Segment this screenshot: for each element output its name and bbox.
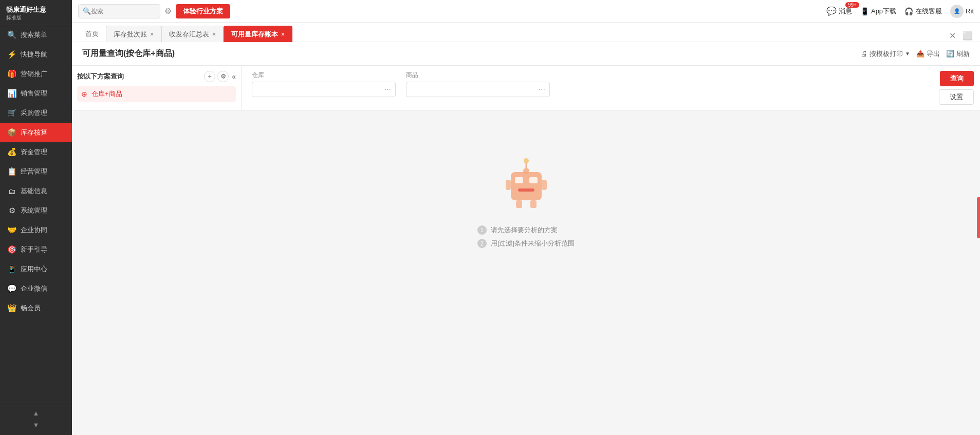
sidebar-item-member[interactable]: 👑 畅会员	[0, 298, 72, 318]
tabs-bar: 首页 库存批次账 × 收发存汇总表 × 可用量库存账本 × ✕ ⬜	[72, 23, 980, 42]
sidebar-item-inventory[interactable]: 📦 库存核算	[0, 123, 72, 142]
scheme-actions: + ⚙	[204, 71, 229, 82]
svg-rect-1	[515, 177, 523, 183]
app-logo: 畅康通好生意 标准版	[0, 0, 72, 25]
sidebar-icon-shortcut: ⚡	[7, 50, 16, 59]
filter-warehouse-more-icon[interactable]: ···	[384, 85, 391, 94]
sidebar-icon-member: 👑	[7, 304, 16, 313]
sidebar: 畅康通好生意 标准版 🔍 搜索菜单 ⚡ 快捷导航 🎁 营销推广 📊 销售管理 🛒…	[0, 0, 72, 435]
sidebar-icon-newbie: 🎯	[7, 245, 16, 254]
filter-panel: 仓库 ··· 商品 ···	[242, 66, 933, 110]
svg-rect-3	[518, 188, 534, 192]
sidebar-item-finance[interactable]: 💰 资金管理	[0, 142, 72, 162]
sidebar-icon-operations: 📋	[7, 167, 16, 176]
empty-illustration	[495, 152, 557, 213]
refresh-btn[interactable]: 🔄 刷新	[946, 49, 970, 59]
topbar-gear-icon[interactable]: ⚙	[164, 6, 172, 16]
search-icon: 🔍	[83, 7, 91, 15]
sidebar-item-operations[interactable]: 📋 经营管理	[0, 162, 72, 181]
filter-warehouse: 仓库 ···	[252, 71, 396, 97]
sidebar-item-wechat[interactable]: 💬 企业微信	[0, 279, 72, 298]
sidebar-item-search[interactable]: 🔍 搜索菜单	[0, 25, 72, 45]
sidebar-item-enterprise[interactable]: 🤝 企业协同	[0, 220, 72, 240]
app-version: 标准版	[6, 14, 66, 22]
filter-goods-input[interactable]	[411, 86, 537, 93]
sidebar-scroll-down[interactable]: ▼	[0, 419, 72, 431]
filter-goods: 商品 ···	[406, 71, 550, 97]
win-maximize-btn[interactable]: ⬜	[961, 29, 974, 42]
tab-summary-close-icon[interactable]: ×	[212, 31, 216, 38]
sidebar-label-appstore: 应用中心	[21, 264, 47, 274]
sidebar-item-basic[interactable]: 🗂 基础信息	[0, 181, 72, 201]
scheme-header: 按以下方案查询 + ⚙ «	[77, 71, 236, 82]
sidebar-icon-marketing-promo: 🎁	[7, 69, 16, 79]
tab-batch[interactable]: 库存批次账 ×	[106, 26, 161, 42]
trial-btn[interactable]: 体验行业方案	[176, 4, 230, 18]
topbar-user[interactable]: 👤 Rit	[950, 5, 974, 18]
query-button[interactable]: 查询	[940, 71, 974, 86]
sidebar-label-inventory: 库存核算	[21, 128, 47, 137]
sidebar-item-purchase[interactable]: 🛒 采购管理	[0, 103, 72, 123]
sidebar-item-system[interactable]: ⚙ 系统管理	[0, 201, 72, 220]
tab-available-close-icon[interactable]: ×	[281, 31, 285, 38]
sidebar-item-marketing-promo[interactable]: 🎁 营销推广	[0, 64, 72, 84]
sidebar-label-basic: 基础信息	[21, 186, 47, 196]
print-btn[interactable]: 🖨 按模板打印 ▼	[861, 49, 910, 59]
topbar-search-input[interactable]	[91, 8, 153, 15]
message-label: 消息	[839, 7, 852, 16]
svg-rect-5	[542, 180, 547, 190]
message-badge: 99+	[845, 2, 859, 8]
export-icon: 📤	[916, 50, 924, 58]
main-area: 🔍 ⚙ 体验行业方案 💬 消息 99+ 📱 App下载 🎧 在	[72, 0, 980, 435]
topbar-online-service[interactable]: 🎧 在线客服	[904, 7, 942, 16]
svg-point-8	[523, 168, 529, 174]
sidebar-item-appstore[interactable]: 📱 应用中心	[0, 259, 72, 279]
scheme-collapse-icon[interactable]: «	[232, 72, 236, 81]
topbar-message[interactable]: 💬 消息 99+	[826, 6, 852, 16]
user-name: Rit	[966, 7, 974, 15]
sidebar-icon-sales: 📊	[7, 89, 16, 98]
svg-rect-2	[529, 177, 538, 183]
right-scrollbar-indicator	[977, 197, 980, 238]
topbar: 🔍 ⚙ 体验行业方案 💬 消息 99+ 📱 App下载 🎧 在	[72, 0, 980, 23]
sidebar-label-system: 系统管理	[21, 206, 47, 215]
tab-batch-close-icon[interactable]: ×	[150, 31, 154, 38]
scheme-panel: 按以下方案查询 + ⚙ « ⊕ 仓库+商品	[72, 66, 242, 110]
filter-goods-more-icon[interactable]: ···	[539, 85, 545, 94]
sidebar-label-search: 搜索菜单	[21, 30, 47, 40]
scheme-add-icon[interactable]: +	[204, 71, 215, 82]
page-header-actions: 🖨 按模板打印 ▼ 📤 导出 🔄 刷新	[861, 49, 970, 59]
settings-button[interactable]: 设置	[939, 89, 974, 105]
tab-batch-label: 库存批次账	[114, 30, 147, 39]
print-dropdown-icon: ▼	[905, 51, 910, 56]
app-download-icon: 📱	[860, 7, 869, 15]
refresh-label: 刷新	[956, 49, 970, 59]
sidebar-label-wechat: 企业微信	[21, 284, 47, 293]
sidebar-item-shortcut[interactable]: ⚡ 快捷导航	[0, 45, 72, 64]
filter-warehouse-input[interactable]	[256, 86, 382, 93]
empty-state: 1 请先选择要分析的方案 2 用[过滤]条件来缩小分析范围	[72, 110, 980, 291]
message-icon: 💬	[826, 6, 837, 16]
sidebar-scroll-up[interactable]: ▲	[0, 407, 72, 419]
page-title: 可用量查询(按仓库+商品)	[82, 48, 175, 59]
scheme-warehouse-goods[interactable]: ⊕ 仓库+商品	[77, 86, 236, 102]
tab-available-label: 可用量库存账本	[231, 30, 278, 39]
win-close-btn[interactable]: ✕	[946, 29, 958, 42]
svg-rect-4	[506, 180, 511, 190]
topbar-app-download[interactable]: 📱 App下载	[860, 7, 896, 16]
page-header: 可用量查询(按仓库+商品) 🖨 按模板打印 ▼ 📤 导出 🔄 刷新	[72, 42, 980, 66]
export-btn[interactable]: 📤 导出	[916, 49, 940, 59]
tab-summary[interactable]: 收发存汇总表 ×	[161, 26, 224, 42]
sidebar-item-sales[interactable]: 📊 销售管理	[0, 84, 72, 103]
scheme-settings-icon[interactable]: ⚙	[217, 71, 229, 82]
sidebar-icon-finance: 💰	[7, 147, 16, 157]
empty-svg	[495, 152, 557, 213]
scheme-label: 按以下方案查询	[77, 72, 124, 81]
empty-text-list: 1 请先选择要分析的方案 2 用[过滤]条件来缩小分析范围	[477, 223, 575, 250]
tab-home[interactable]: 首页	[78, 26, 106, 42]
topbar-search-box: 🔍	[78, 4, 160, 18]
sidebar-icon-enterprise: 🤝	[7, 225, 16, 235]
sidebar-label-operations: 经营管理	[21, 167, 47, 176]
sidebar-item-newbie[interactable]: 🎯 新手引导	[0, 240, 72, 259]
tab-available[interactable]: 可用量库存账本 ×	[224, 26, 292, 42]
